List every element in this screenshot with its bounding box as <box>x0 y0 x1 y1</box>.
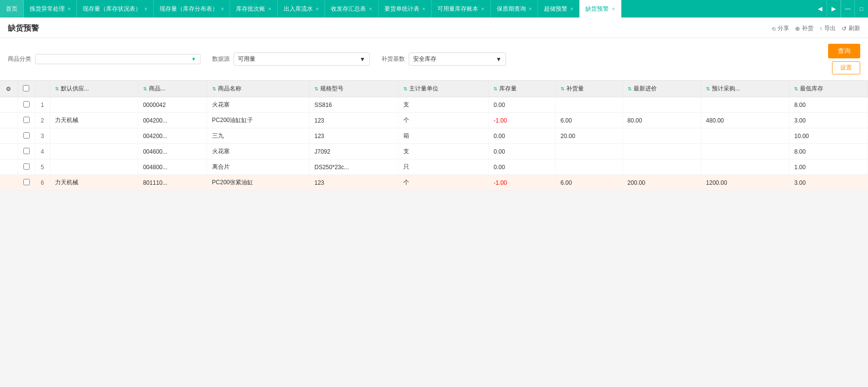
row-checkbox[interactable] <box>23 117 30 123</box>
supplier-sort-icon: ⇅ <box>55 86 59 91</box>
replenish-label: 补货 <box>802 24 814 33</box>
name-sort-icon: ⇅ <box>212 86 216 91</box>
row-gear-cell <box>0 159 18 175</box>
stock-header-label: 库存量 <box>499 85 517 93</box>
row-unit: 个 <box>398 175 488 191</box>
nav-tab-inventory-status[interactable]: 现存量（库存状况表）× <box>77 0 153 18</box>
nav-tab-close-expiry-query[interactable]: × <box>529 6 532 12</box>
nav-tab-available-ledger[interactable]: 可用量库存账本× <box>432 0 490 18</box>
replenish-base-select[interactable]: 安全库存 ▼ <box>409 53 506 66</box>
nav-tab-close-shortage[interactable]: × <box>612 6 615 12</box>
unit-sort-icon: ⇅ <box>403 86 407 91</box>
share-action[interactable]: ⎋ 分享 <box>772 24 789 33</box>
code-header[interactable]: ⇅ 商品... <box>138 81 207 97</box>
nav-tab-abnormal[interactable]: 拣货异常处理× <box>24 0 77 18</box>
row-stock: 0.00 <box>488 144 556 159</box>
row-latest-price <box>622 97 701 113</box>
row-checkbox[interactable] <box>23 132 30 139</box>
row-product-name: 离合片 <box>207 159 309 175</box>
refresh-action[interactable]: ↺ 刷新 <box>842 24 860 33</box>
refresh-icon: ↺ <box>842 25 847 32</box>
row-checkbox[interactable] <box>23 163 30 170</box>
nav-tab-order-stats[interactable]: 要货单统计表× <box>379 0 432 18</box>
nav-tab-home[interactable]: 首页 <box>0 0 24 18</box>
nav-tab-expiry-query[interactable]: 保质期查询× <box>491 0 538 18</box>
query-button[interactable]: 查询 <box>828 44 860 58</box>
nav-tab-label-inout-flow: 出入库流水 <box>284 5 313 13</box>
nav-tab-close-inventory-status[interactable]: × <box>144 6 147 12</box>
spec-header[interactable]: ⇅ 规格型号 <box>309 81 398 97</box>
table-row: 6力天机械801110...PC200张紧油缸123个-1.006.00200.… <box>0 175 868 191</box>
nav-bar: 首页拣货异常处理×现存量（库存状况表）×现存量（库存分布表）×库存批次账×出入库… <box>0 0 868 18</box>
supplier-header[interactable]: ⇅ 默认供应... <box>50 81 138 97</box>
row-replenish-qty: 6.00 <box>556 113 623 128</box>
row-unit: 支 <box>398 144 488 159</box>
replenish-qty-header[interactable]: ⇅ 补货量 <box>556 81 623 97</box>
row-product-code: 004200... <box>138 113 207 128</box>
row-unit: 箱 <box>398 128 488 144</box>
row-checkbox[interactable] <box>23 148 30 154</box>
datasource-label: 数据源 <box>212 55 230 63</box>
nav-tab-close-order-stats[interactable]: × <box>422 6 425 12</box>
nav-tab-inventory-dist[interactable]: 现存量（库存分布表）× <box>154 0 230 18</box>
select-all-checkbox[interactable] <box>23 85 29 91</box>
code-header-label: 商品... <box>149 85 165 93</box>
num-header <box>35 81 50 97</box>
row-checkbox-cell <box>18 128 35 144</box>
row-latest-price: 200.00 <box>622 175 701 191</box>
nav-tab-label-abnormal: 拣货异常处理 <box>30 5 65 13</box>
nav-tab-close-overstock[interactable]: × <box>570 6 573 12</box>
nav-tab-label-order-stats: 要货单统计表 <box>384 5 419 13</box>
estimated-purchase-header[interactable]: ⇅ 预计采购... <box>701 81 789 97</box>
minimize-btn[interactable]: — <box>841 0 854 18</box>
nav-tab-close-available-ledger[interactable]: × <box>481 6 484 12</box>
min-stock-header[interactable]: ⇅ 最低库存 <box>789 81 868 97</box>
nav-tab-close-abnormal[interactable]: × <box>68 6 71 12</box>
checkbox-header[interactable] <box>18 81 35 97</box>
gear-icon[interactable]: ⚙ <box>6 86 11 92</box>
gear-header[interactable]: ⚙ <box>0 81 18 97</box>
nav-tab-receive-summary[interactable]: 收发存汇总表× <box>325 0 378 18</box>
nav-tab-shortage[interactable]: 缺货预警× <box>579 0 621 18</box>
nav-tab-batch-account[interactable]: 库存批次账× <box>230 0 277 18</box>
name-header[interactable]: ⇅ 商品名称 <box>207 81 309 97</box>
settings-button[interactable]: 设置 <box>832 61 860 74</box>
export-icon: ↑ <box>819 25 822 32</box>
min-stock-sort-icon: ⇅ <box>794 86 798 91</box>
stock-sort-icon: ⇅ <box>493 86 497 91</box>
row-replenish-qty <box>556 144 623 159</box>
latest-price-header[interactable]: ⇅ 最新进价 <box>622 81 701 97</box>
nav-tab-close-inout-flow[interactable]: × <box>316 6 319 12</box>
row-checkbox-cell <box>18 113 35 128</box>
export-action[interactable]: ↑ 导出 <box>819 24 836 33</box>
row-gear-cell <box>0 113 18 128</box>
unit-header[interactable]: ⇅ 主计量单位 <box>398 81 488 97</box>
data-table: ⚙ ⇅ 默认供应... ⇅ 商 <box>0 80 868 191</box>
nav-tab-overstock[interactable]: 超储预警× <box>538 0 579 18</box>
row-checkbox[interactable] <box>23 101 30 107</box>
row-estimated-purchase: 1200.00 <box>701 175 789 191</box>
datasource-select[interactable]: 可用量 ▼ <box>234 53 370 66</box>
nav-next-btn[interactable]: ▶ <box>827 0 841 18</box>
row-supplier: 力天机械 <box>50 175 138 191</box>
row-spec: 123 <box>309 128 398 144</box>
replenish-action[interactable]: ⊕ 补货 <box>795 24 814 33</box>
nav-prev-btn[interactable]: ◀ <box>814 0 827 18</box>
category-select[interactable]: ▼ <box>35 54 200 64</box>
row-stock: -1.00 <box>488 175 556 191</box>
nav-tab-close-batch-account[interactable]: × <box>268 6 271 12</box>
row-replenish-qty <box>556 97 623 113</box>
table-row: 3004200...三九123箱0.0020.0010.00 <box>0 128 868 144</box>
nav-tab-close-receive-summary[interactable]: × <box>369 6 372 12</box>
unit-header-label: 主计量单位 <box>409 85 438 93</box>
row-min-stock: 3.00 <box>789 175 868 191</box>
row-checkbox[interactable] <box>23 179 30 185</box>
table-row: 4004600...火花塞J7092支0.008.00 <box>0 144 868 159</box>
replenish-base-arrow-icon: ▼ <box>496 56 502 63</box>
maximize-btn[interactable]: □ <box>854 0 868 18</box>
nav-tab-inout-flow[interactable]: 出入库流水× <box>278 0 325 18</box>
name-header-label: 商品名称 <box>218 85 241 93</box>
stock-header[interactable]: ⇅ 库存量 <box>488 81 556 97</box>
row-gear-cell <box>0 97 18 113</box>
nav-tab-close-inventory-dist[interactable]: × <box>221 6 224 12</box>
